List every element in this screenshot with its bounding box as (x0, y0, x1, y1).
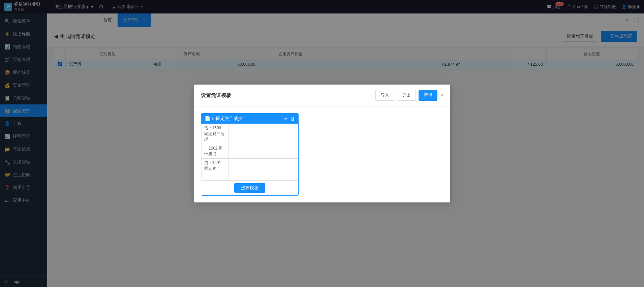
modal-dialog: 设置凭证模板 导入 导出 新增 × 📄 5-固定资产减少 ✏ 🗑 (194, 85, 450, 202)
template-row-1-col2 (228, 124, 263, 144)
template-delete-btn[interactable]: 🗑 (290, 116, 295, 121)
template-card: 📄 5-固定资产减少 ✏ 🗑 借：1606 固定资产清理 (201, 113, 299, 196)
modal-body: 📄 5-固定资产减少 ✏ 🗑 借：1606 固定资产清理 (194, 106, 450, 202)
template-row-2-col3 (263, 144, 298, 159)
template-row-3-label: 贷：1601 固定资产 (201, 159, 228, 173)
template-card-header-left: 📄 5-固定资产减少 (205, 116, 243, 122)
template-row-3-col2 (228, 159, 263, 173)
template-edit-btn[interactable]: ✏ (284, 116, 288, 121)
template-row-3: 贷：1601 固定资产 (201, 159, 298, 173)
template-table: 借：1606 固定资产清理 1602 累计折旧 贷：1601 固定资产 (201, 124, 298, 181)
template-row-3-col3 (263, 159, 298, 173)
modal-action-buttons: 导入 导出 新增 × (375, 90, 443, 101)
export-btn[interactable]: 导出 (397, 90, 416, 101)
template-title: 5-固定资产减少 (212, 116, 243, 122)
template-row-1: 借：1606 固定资产清理 (201, 124, 298, 144)
template-card-header: 📄 5-固定资产减少 ✏ 🗑 (201, 114, 298, 124)
modal-title: 设置凭证模板 (201, 92, 231, 99)
template-row-1-label: 借：1606 固定资产清理 (201, 124, 228, 144)
template-row-4-label (201, 173, 228, 181)
select-template-btn[interactable]: 选择模板 (234, 183, 265, 193)
template-row-1-col3 (263, 124, 298, 144)
template-row-4-col3 (263, 173, 298, 181)
template-row-2-label: 1602 累计折旧 (201, 144, 228, 159)
template-row-4 (201, 173, 298, 181)
template-row-2-col2 (228, 144, 263, 159)
template-doc-icon: 📄 (205, 116, 210, 121)
template-footer: 选择模板 (201, 181, 298, 195)
modal-close-btn[interactable]: × (440, 90, 443, 101)
template-row-2: 1602 累计折旧 (201, 144, 298, 159)
template-row-4-col2 (228, 173, 263, 181)
import-btn[interactable]: 导入 (375, 90, 394, 101)
new-btn[interactable]: 新增 (419, 90, 437, 101)
modal-overlay[interactable]: 设置凭证模板 导入 导出 新增 × 📄 5-固定资产减少 ✏ 🗑 (0, 0, 644, 287)
modal-header: 设置凭证模板 导入 导出 新增 × (194, 85, 450, 106)
template-card-actions: ✏ 🗑 (284, 116, 295, 121)
